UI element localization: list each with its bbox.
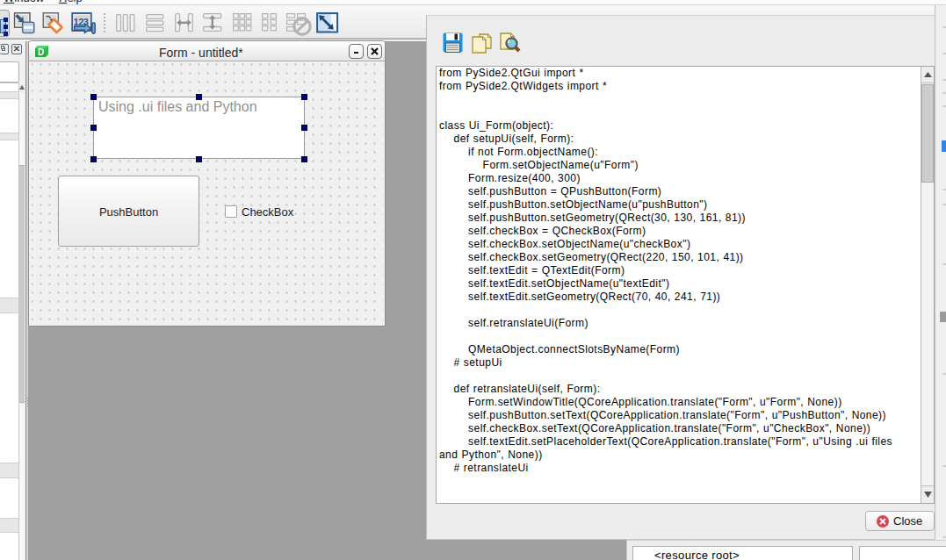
svg-text:D: D xyxy=(38,47,44,57)
